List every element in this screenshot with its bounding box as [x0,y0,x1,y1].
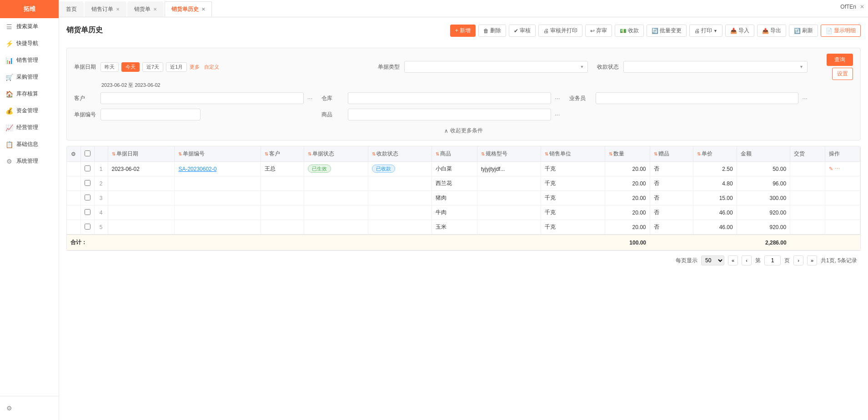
doc-num-link[interactable]: SA-20230602-0 [178,166,216,172]
audit-print-button[interactable]: 🖨 审核并打印 [538,25,582,37]
date-btn-yesterday[interactable]: 昨天 [100,62,119,72]
prev-page-btn[interactable]: ‹ [742,255,752,265]
date-btn-today[interactable]: 今天 [121,62,140,72]
cell-ops [825,191,860,205]
cell-doc-num[interactable] [175,191,261,205]
payment-status-select[interactable]: ▼ [623,61,808,73]
salesman-input[interactable] [596,92,799,104]
filter-settings-button[interactable]: 设置 [832,68,853,80]
audit-button[interactable]: ✔ 审核 [509,25,536,37]
tab-sales-order-close[interactable]: ✕ [116,7,120,12]
date-more-link[interactable]: 更多 [190,64,200,70]
cell-checkbox[interactable] [80,220,94,235]
import-button[interactable]: 📥 导入 [725,25,754,37]
per-page-select[interactable]: 50 100 200 [701,255,724,265]
tab-home[interactable]: 首页 [59,1,84,17]
th-price[interactable]: ⇅单价 [693,146,737,162]
date-custom-link[interactable]: 自定义 [204,64,219,70]
tab-sales-delivery-close[interactable]: ✕ [153,7,157,12]
tab-sales-delivery-history[interactable]: 销货单历史 ✕ [165,1,212,17]
delete-button[interactable]: 🗑 删除 [478,25,506,37]
date-btn-7days[interactable]: 近7天 [142,62,163,72]
show-detail-button[interactable]: 📄 显示明细 [821,25,861,37]
sidebar-item-system-mgmt[interactable]: ⚙ 系统管理 [0,153,59,170]
first-page-btn[interactable]: « [728,255,738,265]
filter-row-1: 单据日期 昨天 今天 近7天 近1月 更多 自定义 单据类型 ▼ [74,54,853,80]
doc-num-input[interactable] [100,109,201,120]
salesman-more-icon[interactable]: ··· [802,95,808,102]
discard-icon: ↩ [590,28,595,34]
sidebar-bottom-item1[interactable]: ⚙ [0,400,59,416]
export-button[interactable]: 📤 导出 [757,25,786,37]
th-gift[interactable]: ⇅赠品 [650,146,693,162]
search-menu-icon: ☰ [5,23,13,30]
cell-doc-num[interactable] [175,205,261,220]
cell-checkbox[interactable] [80,191,94,205]
tab-sales-delivery-history-close[interactable]: ✕ [201,7,205,12]
sidebar-item-basic-info[interactable]: 📋 基础信息 [0,136,59,153]
customer-input[interactable] [100,92,304,104]
next-page-btn[interactable]: › [793,255,803,265]
th-settings[interactable]: ⚙ [67,146,80,162]
th-unit[interactable]: ⇅销售单位 [541,146,605,162]
goods-input[interactable] [348,109,551,120]
current-page-input[interactable] [764,255,781,265]
sidebar-item-search-menu[interactable]: ☰ 搜索菜单 [0,18,59,35]
doc-type-select[interactable]: ▼ [404,61,588,73]
th-qty[interactable]: ⇅数量 [605,146,650,162]
sidebar-item-finance-mgmt[interactable]: 💰 资金管理 [0,102,59,119]
collect-button[interactable]: 💵 收款 [615,25,644,37]
th-date[interactable]: ⇅单据日期 [108,146,175,162]
tab-sales-order[interactable]: 销售订单 ✕ [85,1,126,17]
cell-doc-num[interactable] [175,176,261,191]
warehouse-more-icon[interactable]: ··· [555,95,560,102]
sort-spec-icon: ⇅ [481,151,485,156]
sidebar-item-quick-nav[interactable]: ⚡ 快捷导航 [0,35,59,52]
summary-delivery [790,235,825,250]
cell-settings [67,191,80,205]
cell-checkbox[interactable] [80,162,94,176]
refresh-button[interactable]: 🔃 刷新 [789,25,818,37]
sidebar-item-inventory-calc[interactable]: 🏠 库存核算 [0,85,59,102]
sidebar-item-label: 经营管理 [16,124,38,131]
th-checkbox[interactable] [80,146,94,162]
cell-doc-num[interactable]: SA-20230602-0 [175,162,261,176]
tab-sales-delivery[interactable]: 销货单 ✕ [127,1,164,17]
sidebar-item-sales-mgmt[interactable]: 📊 销售管理 [0,52,59,69]
warehouse-input[interactable] [348,92,551,104]
collapse-button[interactable]: ∧ 收起更多条件 [74,125,853,135]
date-btn-1month[interactable]: 近1月 [166,62,187,72]
cell-doc-num[interactable] [175,220,261,235]
cell-amount: 96.00 [737,176,790,191]
th-customer[interactable]: ⇅客户 [261,146,304,162]
sidebar-item-purchase-mgmt[interactable]: 🛒 采购管理 [0,69,59,85]
cell-checkbox[interactable] [80,176,94,191]
cell-checkbox[interactable] [80,205,94,220]
edit-op-btn[interactable]: ✎ [829,166,833,172]
batch-change-button[interactable]: 🔄 批量变更 [647,25,687,37]
select-all-checkbox[interactable] [85,150,90,156]
cell-price: 2.50 [693,162,737,176]
cell-unit: 千克 [541,205,605,220]
th-doc-num[interactable]: ⇅单据编号 [175,146,261,162]
cell-delivery [790,176,825,191]
sidebar-item-label: 库存核算 [16,90,38,98]
new-button[interactable]: + 新增 [450,25,476,37]
sidebar-item-operations-mgmt[interactable]: 📈 经营管理 [0,119,59,136]
finance-mgmt-icon: 💰 [5,107,13,115]
discard-button[interactable]: ↩ 弃审 [585,25,612,37]
more-op-btn[interactable]: ⋯ [835,166,840,172]
import-icon: 📥 [730,28,737,34]
th-goods[interactable]: ⇅商品 [432,146,477,162]
cell-customer [261,205,304,220]
th-doc-status[interactable]: ⇅单据状态 [304,146,368,162]
data-table: ⚙ ⇅单据日期 ⇅单据编号 ⇅客户 ⇅单据状态 ⇅收款状态 ⇅商品 ⇅规格型号 … [67,146,860,250]
customer-more-icon[interactable]: ··· [307,95,313,102]
th-payment-status[interactable]: ⇅收款状态 [368,146,432,162]
close-window-btn[interactable]: ✕ [860,4,864,10]
print-button[interactable]: 🖨 打印 ▼ [689,25,722,37]
query-button[interactable]: 查询 [827,54,853,66]
last-page-btn[interactable]: » [807,255,817,265]
th-spec[interactable]: ⇅规格型号 [477,146,541,162]
goods-more-icon[interactable]: ··· [555,111,560,118]
